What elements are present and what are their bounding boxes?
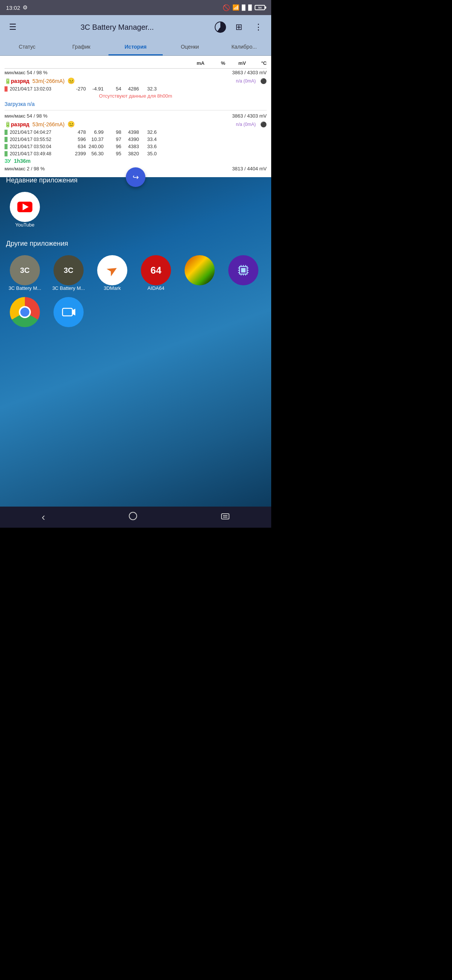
charge-label: ЗУ <box>5 158 11 164</box>
face-icon-1: 😐 <box>67 77 75 84</box>
load-row[interactable]: Загрузка n/a <box>5 100 267 108</box>
svg-rect-17 <box>222 514 229 519</box>
app-beer[interactable] <box>181 255 219 291</box>
more-options-button[interactable]: ⋮ <box>252 21 265 34</box>
no-data-message: Отсутствуют данные для 8h00m <box>5 92 267 100</box>
na-label-2: n/a (0mA) <box>236 122 256 127</box>
discharge-time-2: 53m(-266mA) <box>32 121 65 127</box>
pct-3: 56.30 <box>87 151 103 156</box>
charge-3: 95 <box>104 151 121 156</box>
floating-action-button[interactable]: ↪ <box>126 167 145 187</box>
settings-icon: ⚙ <box>22 4 27 11</box>
status-left: 13:02 ⚙ <box>6 4 27 11</box>
separator-1 <box>5 110 267 110</box>
tab-graph[interactable]: График <box>54 39 108 56</box>
tab-ratings[interactable]: Оценки <box>163 39 217 56</box>
other-apps-title: Другие приложения <box>6 240 265 248</box>
datetime-main: 2021/04/17 13:02:03 <box>10 86 68 92</box>
grid-icon[interactable]: ⊞ <box>232 21 246 34</box>
back-button[interactable]: ‹ <box>32 508 54 526</box>
3cbattery-icon-2: 3C <box>54 255 84 285</box>
header-celsius: °C <box>246 60 267 66</box>
3cbattery-icon-1: 3C <box>10 255 40 285</box>
tab-bar: Статус График История Оценки Калибро... <box>0 39 271 56</box>
tab-history[interactable]: История <box>108 39 163 56</box>
recent-apps-button[interactable] <box>212 509 239 525</box>
datetime-3: 2021/04/17 03:49:48 <box>10 151 68 156</box>
datetime-2: 2021/04/17 03:50:04 <box>10 144 68 149</box>
discharge-row-2: 🔋разряд 53m(-266mA) 😐 n/a (0mA) ⚫ <box>5 120 267 129</box>
ma-0: 478 <box>69 129 86 135</box>
battery-panel: mA % mV °C мин/макс 54 / 98 % 3863 / 430… <box>0 56 271 167</box>
datetime-0: 2021/04/17 04:04:27 <box>10 130 68 135</box>
indicator-red <box>5 86 8 92</box>
exit-icon: ↪ <box>133 173 139 182</box>
mv-1: 4390 <box>122 137 139 142</box>
pie-chart-icon[interactable] <box>215 21 226 33</box>
indicator-green-1 <box>5 137 8 142</box>
charge-main: 54 <box>104 86 121 92</box>
youtube-play-button <box>17 202 32 212</box>
app-3cbattery-1[interactable]: 3C 3C Battery M... <box>6 255 44 291</box>
chrome-icon <box>10 297 40 327</box>
app-3dmark[interactable]: ➤ 3DMark <box>94 255 131 291</box>
header-ma: mA <box>184 60 205 66</box>
pct-2: 240.00 <box>87 143 103 149</box>
wifi-icon: 📶 <box>232 4 239 11</box>
network-icon2: ▉ <box>248 5 252 11</box>
section1-minmax: мин/макс 54 / 98 % 3863 / 4303 mV <box>5 68 267 76</box>
face-icon-2: 😐 <box>67 121 75 128</box>
minmax-label-3: мин/макс 2 / 98 % <box>5 166 45 172</box>
mv-main: 4286 <box>122 86 139 92</box>
dot-icon-2: ⚫ <box>260 121 267 127</box>
app-camera[interactable] <box>50 297 87 327</box>
mv-2: 4383 <box>122 143 139 149</box>
datetime-1: 2021/04/17 03:55:52 <box>10 137 68 142</box>
charge-1: 97 <box>104 137 121 142</box>
temp-2: 33.6 <box>140 143 157 149</box>
app-youtube[interactable]: YouTube <box>6 192 44 228</box>
aida64-icon: 64 <box>141 255 171 285</box>
tab-status[interactable]: Статус <box>0 39 54 56</box>
ma-1: 596 <box>69 137 86 142</box>
3cbattery-label-1: 3C Battery M... <box>9 285 41 291</box>
dot-icon-1: ⚫ <box>260 78 267 84</box>
youtube-icon <box>10 192 40 222</box>
app-chrome[interactable] <box>6 297 44 327</box>
recent-apps-grid: YouTube <box>6 192 265 228</box>
data-row-0: 2021/04/17 04:04:27 478 6.99 98 4398 32.… <box>5 129 267 136</box>
charge-2: 96 <box>104 143 121 149</box>
temp-main: 32.3 <box>140 86 157 92</box>
discharge-label-2: 🔋разряд <box>5 121 29 127</box>
3cbattery-label-2: 3C Battery M... <box>52 285 85 291</box>
data-row-3: 2021/04/17 03:49:48 2399 56.30 95 3820 3… <box>5 150 267 157</box>
app-3cbattery-2[interactable]: 3C 3C Battery M... <box>50 255 87 291</box>
aida64-label: AIDA64 <box>147 285 165 291</box>
camera-icon <box>54 297 84 327</box>
data-row-2: 2021/04/17 03:50:04 634 240.00 96 4383 3… <box>5 143 267 150</box>
home-button[interactable] <box>119 509 146 526</box>
discharge-label-1: 🔋разряд <box>5 78 29 84</box>
tab-calibrate[interactable]: Калибро... <box>217 39 271 56</box>
minmax-label: мин/макс 54 / 98 % <box>5 70 48 75</box>
menu-button[interactable]: ☰ <box>6 21 20 34</box>
svg-point-16 <box>129 512 137 520</box>
3dmark-label: 3DMark <box>103 285 121 291</box>
app-bar: ☰ 3C Battery Manager... ⊞ ⋮ <box>0 15 271 39</box>
ma-3: 2399 <box>69 151 86 156</box>
network-icon1: ▉ <box>242 5 246 11</box>
app-aida64[interactable]: 64 AIDA64 <box>137 255 175 291</box>
nav-bar: ‹ <box>0 507 271 528</box>
indicator-green-3 <box>5 151 8 156</box>
battery-indicator: 54 <box>255 5 265 10</box>
discharge-row-1: 🔋разряд 53m(-266mA) 😐 n/a (0mA) ⚫ <box>5 76 267 85</box>
indicator-green-2 <box>5 144 8 149</box>
ma-2: 634 <box>69 143 86 149</box>
svg-rect-14 <box>62 308 72 316</box>
mv-3: 3820 <box>122 151 139 156</box>
na-label-1: n/a (0mA) <box>236 78 256 84</box>
3dmark-icon: ➤ <box>97 255 127 285</box>
pct-1: 10.37 <box>87 137 103 142</box>
mv-0: 4398 <box>122 129 139 135</box>
app-cpu[interactable] <box>225 255 262 291</box>
